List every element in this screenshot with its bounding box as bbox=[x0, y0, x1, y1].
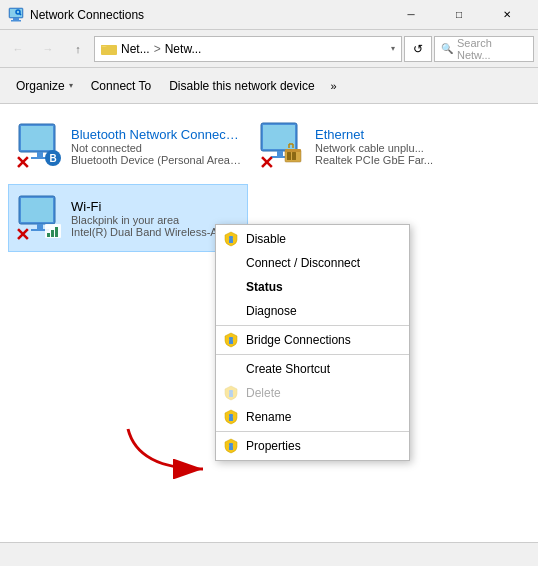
svg-rect-10 bbox=[37, 152, 43, 157]
svg-rect-36 bbox=[229, 340, 233, 344]
context-rename-label: Rename bbox=[246, 410, 291, 424]
organize-label: Organize bbox=[16, 79, 65, 93]
content-area: B ✕ Bluetooth Network Connection Not con… bbox=[0, 104, 538, 542]
context-menu-item-properties[interactable]: Properties bbox=[216, 434, 409, 458]
svg-rect-2 bbox=[13, 18, 19, 20]
context-menu-item-disable[interactable]: Disable bbox=[216, 227, 409, 251]
minimize-button[interactable]: ─ bbox=[388, 0, 434, 30]
ethernet-info: Ethernet Network cable unplu... Realtek … bbox=[315, 127, 485, 166]
bluetooth-status: Not connected bbox=[71, 142, 241, 154]
title-bar-icon bbox=[8, 7, 24, 23]
context-delete-label: Delete bbox=[246, 386, 281, 400]
context-menu-item-bridge[interactable]: Bridge Connections bbox=[216, 328, 409, 352]
back-button[interactable]: ← bbox=[4, 35, 32, 63]
svg-rect-26 bbox=[21, 198, 53, 222]
separator-2 bbox=[216, 354, 409, 355]
separator-3 bbox=[216, 431, 409, 432]
search-placeholder: Search Netw... bbox=[457, 37, 527, 61]
connect-to-button[interactable]: Connect To bbox=[83, 72, 160, 100]
bluetooth-name: Bluetooth Network Connection bbox=[71, 127, 241, 142]
bluetooth-info: Bluetooth Network Connection Not connect… bbox=[71, 127, 241, 166]
ethernet-status: Network cable unplu... bbox=[315, 142, 485, 154]
status-bar bbox=[0, 542, 538, 566]
svg-rect-34 bbox=[229, 239, 233, 243]
svg-rect-3 bbox=[11, 20, 21, 22]
svg-rect-21 bbox=[285, 149, 301, 152]
context-menu-item-diagnose[interactable]: Diagnose bbox=[216, 299, 409, 323]
svg-rect-41 bbox=[229, 443, 233, 446]
svg-rect-20 bbox=[292, 152, 296, 160]
ethernet-type: Realtek PCIe GbE Far... bbox=[315, 154, 485, 166]
network-item-bluetooth[interactable]: B ✕ Bluetooth Network Connection Not con… bbox=[8, 112, 248, 180]
toolbar: Organize ▾ Connect To Disable this netwo… bbox=[0, 68, 538, 104]
shield-icon-delete bbox=[224, 385, 238, 401]
context-menu-item-delete: Delete bbox=[216, 381, 409, 405]
bluetooth-icon-wrap: B ✕ bbox=[15, 122, 63, 170]
svg-rect-19 bbox=[287, 152, 291, 160]
svg-rect-40 bbox=[229, 417, 233, 421]
context-status-label: Status bbox=[246, 280, 283, 294]
svg-rect-35 bbox=[229, 337, 233, 340]
ethernet-name: Ethernet bbox=[315, 127, 485, 142]
svg-rect-33 bbox=[229, 236, 233, 239]
shield-icon-disable bbox=[224, 231, 238, 247]
forward-button[interactable]: → bbox=[34, 35, 62, 63]
wifi-x-mark: ✕ bbox=[15, 226, 31, 242]
network-item-ethernet[interactable]: ✕ Ethernet Network cable unplu... Realte… bbox=[252, 112, 492, 180]
path-short: Net... bbox=[121, 42, 150, 56]
disable-device-button[interactable]: Disable this network device bbox=[161, 72, 322, 100]
svg-rect-31 bbox=[51, 230, 54, 237]
more-button[interactable]: » bbox=[325, 72, 343, 100]
title-bar-controls: ─ □ ✕ bbox=[388, 0, 530, 30]
svg-rect-39 bbox=[229, 414, 233, 417]
search-icon: 🔍 bbox=[441, 43, 453, 54]
up-button[interactable]: ↑ bbox=[64, 35, 92, 63]
svg-rect-30 bbox=[47, 233, 50, 237]
arrow-icon bbox=[118, 419, 218, 479]
svg-text:B: B bbox=[49, 153, 56, 164]
connect-to-label: Connect To bbox=[91, 79, 152, 93]
shield-icon-bridge bbox=[224, 332, 238, 348]
svg-rect-15 bbox=[263, 125, 295, 149]
context-menu-item-connect[interactable]: Connect / Disconnect bbox=[216, 251, 409, 275]
svg-rect-38 bbox=[229, 393, 233, 397]
svg-rect-16 bbox=[277, 151, 283, 156]
refresh-button[interactable]: ↺ bbox=[404, 36, 432, 62]
search-box[interactable]: 🔍 Search Netw... bbox=[434, 36, 534, 62]
close-button[interactable]: ✕ bbox=[484, 0, 530, 30]
network-item-wifi[interactable]: ✕ Wi-Fi Blackpink in your area Intel(R) … bbox=[8, 184, 248, 252]
separator-1 bbox=[216, 325, 409, 326]
svg-rect-32 bbox=[55, 227, 58, 237]
bluetooth-x-mark: ✕ bbox=[15, 154, 31, 170]
ethernet-icon-wrap: ✕ bbox=[259, 122, 307, 170]
shield-icon-properties bbox=[224, 438, 238, 454]
svg-rect-42 bbox=[229, 446, 233, 450]
wifi-icon-wrap: ✕ bbox=[15, 194, 63, 242]
wifi-name: Wi-Fi bbox=[71, 199, 241, 214]
disable-device-label: Disable this network device bbox=[169, 79, 314, 93]
svg-rect-27 bbox=[37, 224, 43, 229]
organize-chevron-icon: ▾ bbox=[69, 81, 73, 90]
context-disable-label: Disable bbox=[246, 232, 286, 246]
context-properties-label: Properties bbox=[246, 439, 301, 453]
title-bar: Network Connections ─ □ ✕ bbox=[0, 0, 538, 30]
organize-button[interactable]: Organize ▾ bbox=[8, 72, 81, 100]
shield-icon-rename bbox=[224, 409, 238, 425]
maximize-button[interactable]: □ bbox=[436, 0, 482, 30]
context-menu-item-shortcut[interactable]: Create Shortcut bbox=[216, 357, 409, 381]
context-connect-label: Connect / Disconnect bbox=[246, 256, 360, 270]
path-separator: > bbox=[154, 42, 161, 56]
path-folder-icon bbox=[101, 41, 117, 57]
context-menu-item-rename[interactable]: Rename bbox=[216, 405, 409, 429]
bluetooth-type: Bluetooth Device (Personal Area ... bbox=[71, 154, 241, 166]
context-menu: Disable Connect / Disconnect Status Diag… bbox=[215, 224, 410, 461]
window-title: Network Connections bbox=[30, 8, 144, 22]
context-menu-item-status[interactable]: Status bbox=[216, 275, 409, 299]
arrow-container bbox=[118, 419, 218, 482]
address-chevron-icon: ▾ bbox=[391, 44, 395, 53]
svg-rect-37 bbox=[229, 390, 233, 393]
path-full: Netw... bbox=[165, 42, 202, 56]
address-path[interactable]: Net... > Netw... ▾ bbox=[94, 36, 402, 62]
ethernet-x-mark: ✕ bbox=[259, 154, 275, 170]
address-bar: ← → ↑ Net... > Netw... ▾ ↺ 🔍 Search Netw… bbox=[0, 30, 538, 68]
